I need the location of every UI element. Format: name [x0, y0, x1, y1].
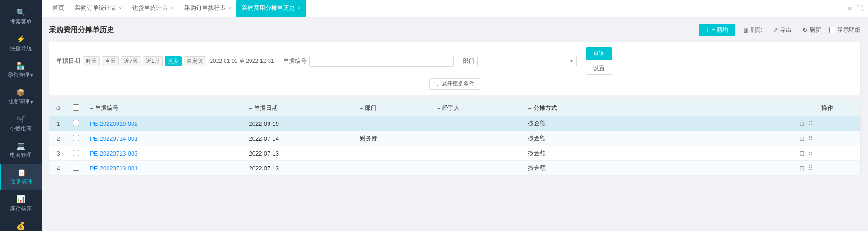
tab-close-icon[interactable]: × — [170, 5, 173, 11]
row-handler — [432, 116, 523, 131]
tab-home[interactable]: 首页 — [47, 0, 70, 17]
sidebar-item-label: 采购管理 — [11, 179, 33, 185]
doc-no-link[interactable]: PE-20220919-002 — [90, 120, 138, 127]
refresh-button[interactable]: ↻ 刷新 — [800, 24, 824, 36]
table-settings-col[interactable]: ⚙ — [49, 100, 67, 116]
date-range-display: 2022-01-01 至 2022-12-31 — [210, 57, 274, 65]
tab-goods-receipt-stats[interactable]: 进货单统计表× — [127, 0, 179, 17]
tab-purchase-cost-split[interactable]: 采购费用分摊单历史× — [236, 0, 306, 17]
tab-purchase-order-exec[interactable]: 采购订单执行表× — [179, 0, 236, 17]
row-checkbox[interactable] — [73, 150, 79, 156]
doc-no-input[interactable] — [309, 56, 454, 67]
row-dept — [354, 116, 432, 131]
view-action-icon[interactable]: ⊡ — [799, 150, 805, 157]
col-dept-label: ≡ 部门 — [360, 104, 377, 111]
settings-button[interactable]: 设置 — [586, 62, 612, 75]
maximize-window-icon[interactable]: ⛶ — [856, 5, 863, 12]
sidebar-item-quick-nav[interactable]: ⚡快捷导航 — [0, 30, 42, 57]
last1month-btn[interactable]: 近1月 — [143, 56, 163, 66]
sidebar-item-label: 电商管理 — [10, 152, 32, 158]
row-split-method: 按金额 — [523, 161, 794, 176]
row-checkbox[interactable] — [73, 135, 79, 141]
tab-close-icon[interactable]: × — [228, 5, 231, 11]
today-btn[interactable]: 今天 — [102, 56, 119, 66]
table-row: 1 PE-20220919-002 2022-09-19 按金额 ⊡ ⠿ — [49, 116, 860, 131]
page-container: 采购费用分摊单历史 + + 新增 🗑 删除 ↗ 导出 ↻ 刷新 — [42, 17, 868, 231]
delete-label: 删除 — [750, 26, 762, 34]
data-table: ⚙ ≡ 单据编号 ≡ 单据日期 ≡ 部门 — [49, 100, 860, 176]
col-action: 操作 — [794, 100, 860, 116]
row-handler — [432, 131, 523, 146]
more-action-icon[interactable]: ⠿ — [808, 135, 813, 142]
sidebar-item-inventory[interactable]: 📊库存核算 — [0, 190, 42, 217]
export-label: 导出 — [780, 26, 792, 34]
last7days-btn[interactable]: 近7天 — [121, 56, 141, 66]
tab-purchase-order-stats[interactable]: 采购订单统计表× — [70, 0, 127, 17]
yesterday-btn[interactable]: 昨天 — [83, 56, 100, 66]
chevron-down-icon: ⌄ — [435, 81, 440, 87]
add-label: + 新增 — [712, 26, 728, 34]
sidebar-item-ecommerce[interactable]: 💻电商管理 — [0, 137, 42, 164]
more-action-icon[interactable]: ⠿ — [808, 120, 813, 127]
query-settings-group: 查询 设置 — [586, 47, 612, 75]
export-button[interactable]: ↗ 导出 — [770, 24, 794, 36]
close-window-icon[interactable]: ✕ — [847, 5, 853, 12]
custom-date-btn[interactable]: 自定义 — [184, 56, 206, 66]
delete-button[interactable]: 🗑 删除 — [740, 24, 765, 36]
sidebar-item-label: 零售管理 — [8, 72, 29, 78]
sidebar-item-finance[interactable]: 💰资金管理 — [0, 217, 42, 231]
select-all-checkbox[interactable] — [73, 104, 79, 111]
row-doc-no: PE-20220714-001 — [85, 131, 244, 146]
row-dept — [354, 146, 432, 161]
row-doc-date: 2022-07-13 — [244, 161, 355, 176]
sidebar-item-retail[interactable]: 🏪零售管理▼ — [0, 57, 42, 84]
doc-no-filter-item: 单据编号 — [283, 56, 454, 67]
table-checkbox-col — [67, 100, 85, 116]
filter-row: 单据日期 昨天 今天 近7天 近1月 更多 自定义 2022-01-01 至 2… — [57, 47, 853, 75]
menu-icon: 🛒 — [2, 115, 40, 123]
tab-close-icon[interactable]: × — [119, 5, 122, 11]
query-button[interactable]: 查询 — [586, 47, 612, 60]
row-number: 1 — [49, 116, 67, 131]
sidebar-item-purchase[interactable]: 📋采购管理 — [0, 164, 42, 190]
row-handler — [432, 146, 523, 161]
row-split-method: 按金额 — [523, 131, 794, 146]
row-doc-date: 2022-07-13 — [244, 146, 355, 161]
row-number: 3 — [49, 146, 67, 161]
add-button[interactable]: + + 新增 — [699, 24, 735, 36]
doc-no-link[interactable]: PE-20220714-001 — [90, 135, 138, 142]
row-dept — [354, 161, 432, 176]
sidebar-item-mini-shop[interactable]: 🛒小畅电商 — [0, 110, 42, 137]
sidebar-item-search[interactable]: 🔍搜索菜单 — [0, 4, 42, 30]
more-action-icon[interactable]: ⠿ — [808, 165, 813, 172]
row-dept: 财务部 — [354, 131, 432, 146]
more-date-btn[interactable]: 更多 — [165, 56, 182, 66]
show-columns-label: 显示明细 — [837, 26, 861, 34]
view-action-icon[interactable]: ⊡ — [799, 165, 805, 172]
more-action-icon[interactable]: ⠿ — [808, 150, 813, 157]
chevron-down-icon: ▾ — [570, 58, 573, 64]
row-doc-no: PE-20220713-003 — [85, 146, 244, 161]
row-checkbox[interactable] — [73, 165, 79, 171]
tab-bar: 首页采购订单统计表×进货单统计表×采购订单执行表×采购费用分摊单历史× ✕ ⛶ — [42, 0, 868, 17]
tab-close-icon[interactable]: × — [297, 5, 300, 11]
show-columns-checkbox[interactable]: 显示明细 — [829, 26, 861, 34]
export-icon: ↗ — [773, 27, 778, 33]
row-doc-no: PE-20220713-001 — [85, 161, 244, 176]
col-handler-label: ≡ 经手人 — [437, 104, 460, 111]
expand-conditions-btn[interactable]: ⌄ 展开更多条件 — [429, 78, 480, 90]
sidebar-item-wholesale[interactable]: 📦批发管理▼ — [0, 84, 42, 110]
doc-no-link[interactable]: PE-20220713-003 — [90, 150, 138, 157]
col-doc-no: ≡ 单据编号 — [85, 100, 244, 116]
date-filter-label: 单据日期 — [57, 57, 80, 65]
view-action-icon[interactable]: ⊡ — [799, 135, 805, 142]
show-columns-check[interactable] — [829, 27, 835, 33]
dept-select[interactable]: ▾ — [477, 56, 577, 66]
toolbar: + + 新增 🗑 删除 ↗ 导出 ↻ 刷新 显示明细 — [699, 24, 861, 36]
date-quick-btns: 昨天 今天 近7天 近1月 更多 自定义 — [83, 56, 206, 66]
row-split-method: 按金额 — [523, 116, 794, 131]
tab-label: 进货单统计表 — [132, 4, 168, 12]
view-action-icon[interactable]: ⊡ — [799, 120, 805, 127]
doc-no-link[interactable]: PE-20220713-001 — [90, 165, 138, 172]
row-checkbox[interactable] — [73, 120, 79, 126]
